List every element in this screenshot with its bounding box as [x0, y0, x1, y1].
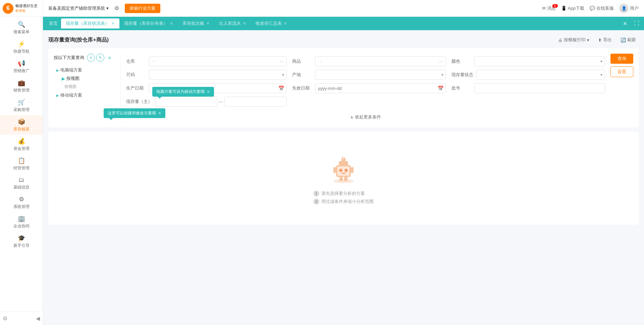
reset-button[interactable]: 设置	[610, 66, 633, 77]
empty-tip-2: 2 用过滤条件来缩小分析范围	[313, 199, 374, 205]
empty-state: 1 请先选择要分析的方案 2 用过滤条件来缩小分析范围	[48, 131, 639, 225]
logo-badge: 标准版	[15, 8, 38, 13]
results-panel: 1 请先选择要分析的方案 2 用过滤条件来缩小分析范围	[48, 131, 639, 225]
chevron-down-icon: ▾	[587, 38, 589, 43]
phone-icon: 📱	[561, 6, 567, 11]
print-button[interactable]: 🖨 按模板打印 ▾	[555, 36, 592, 44]
search-label: 按以下方案查询	[54, 55, 84, 61]
tab-close-batch-account[interactable]: ✕	[206, 21, 210, 26]
svg-rect-5	[341, 173, 345, 174]
expiry-date-input[interactable]	[315, 83, 446, 93]
stock-status-select[interactable]	[476, 70, 605, 80]
refresh-button[interactable]: 🔄 刷新	[618, 36, 639, 44]
tab-home[interactable]: 首页	[46, 18, 61, 29]
user-button[interactable]: 👤 用户	[619, 4, 639, 13]
quicknav-icon: ⚡	[18, 40, 25, 48]
sidebar-item-marketing[interactable]: 📢 营销推广	[0, 57, 43, 76]
expand-arrow-mobile: ▶	[56, 94, 59, 97]
industry-button[interactable]: 体验行业方案	[125, 4, 160, 13]
tooltip-desktop-scheme: 电脑方案可设为移动方案哦 ✕	[152, 87, 214, 97]
marketing-icon: 📢	[18, 60, 25, 67]
sidebar-item-label: 新手引导	[13, 243, 30, 249]
tab-close-flow[interactable]: ✕	[243, 21, 246, 26]
scheme-desktop-child[interactable]: ▶ 按视图	[54, 74, 116, 83]
sidebar-item-basic[interactable]: 🗂 基础信息	[0, 174, 43, 193]
add-scheme-button[interactable]: +	[87, 54, 95, 62]
online-service-button[interactable]: 💬 在线客服	[590, 5, 614, 11]
origin-select[interactable]	[315, 70, 446, 80]
warehouse-input[interactable]: ··· ···	[149, 56, 287, 66]
tab-maximize-button[interactable]: ⛶	[632, 20, 641, 26]
sidebar-settings-btn[interactable]: ⚙	[3, 315, 7, 322]
tip-text-1: 请先选择要分析的方案	[321, 191, 365, 197]
svg-rect-7	[351, 167, 354, 173]
stock-max-input[interactable]	[224, 97, 287, 107]
tooltip1-close[interactable]: ✕	[207, 90, 210, 94]
stock-main-row: 现存量（主） —	[126, 97, 287, 107]
color-select-wrap: ▾	[474, 56, 605, 66]
tabs-bar: 首页 现存量（库存状况表） ✕ 现存量（库存分布表） ✕ 库存批次账 ✕ 出入库…	[43, 17, 644, 30]
color-select[interactable]	[474, 56, 605, 66]
tab-close-inventory-dist[interactable]: ✕	[170, 21, 173, 26]
page-header: 现存量查询(按仓库+商品) 🖨 按模板打印 ▾ ⬆ 导出 🔄 刷新	[48, 36, 639, 44]
scheme-desktop[interactable]: ▶ 电脑端方案	[54, 66, 116, 74]
sidebar-item-quicknav[interactable]: ⚡ 快捷导航	[0, 38, 43, 57]
system-selector[interactable]: 装备及固定资产辅助管理系统 ▾	[48, 5, 109, 11]
tab-inventory-dist[interactable]: 现存量（库存分布表） ✕	[119, 18, 178, 29]
sidebar-item-enterprise[interactable]: 🏢 企业协同	[0, 212, 43, 232]
size-select-wrap: ▾	[149, 70, 287, 80]
stock-main-label: 现存量（主）	[126, 99, 152, 105]
system-name: 装备及固定资产辅助管理系统	[48, 5, 105, 11]
svg-rect-12	[344, 177, 347, 181]
tab-close-all-button[interactable]: ✕	[621, 20, 629, 27]
operation-icon: 📋	[18, 157, 25, 164]
ellipsis-icon: ···	[280, 59, 284, 64]
size-row: 尺码 ▾	[126, 70, 287, 80]
sidebar-collapse-btn[interactable]: ◀	[36, 315, 40, 322]
sidebar-item-guide[interactable]: 🎓 新手引导	[0, 232, 43, 251]
app-download-button[interactable]: 📱 App下载	[561, 5, 584, 11]
size-select[interactable]	[149, 70, 287, 80]
form-grid: 仓库 ··· ··· 商品 ··· ···	[126, 56, 605, 107]
collapse-button[interactable]: ∧ 收起更多条件	[350, 112, 381, 122]
chevron-up-icon: ∧	[350, 115, 354, 120]
settings-gear-button[interactable]: ⚙	[112, 4, 121, 13]
tooltip2-close[interactable]: ✕	[158, 111, 161, 116]
main-area: 装备及固定资产辅助管理系统 ▾ ⚙ 体验行业方案 ✉ 6 消息 📱 App下载 …	[43, 0, 644, 325]
edit-scheme-button[interactable]: ✎	[96, 54, 104, 62]
tip-num-2: 2	[313, 199, 319, 205]
goods-input[interactable]: ··· ···	[315, 56, 446, 66]
sidebar: 6 畅捷通好生意 标准版 🔍 搜索菜单 ⚡ 快捷导航 📢 营销推广 💼 销售管理…	[0, 0, 43, 325]
logo-icon: 6	[3, 3, 13, 14]
print-icon: 🖨	[558, 38, 562, 43]
sidebar-item-purchase[interactable]: 🛒 采购管理	[0, 96, 43, 115]
sidebar-item-system[interactable]: ⚙ 系统管理	[0, 193, 43, 212]
sidebar-item-inventory[interactable]: 📦 库存核算	[0, 115, 43, 135]
query-button[interactable]: 查询	[610, 54, 633, 64]
sidebar-item-operation[interactable]: 📋 经营管理	[0, 154, 43, 174]
purchase-icon: 🛒	[18, 99, 25, 106]
batch-no-label: 批号	[451, 85, 472, 91]
sidebar-item-search[interactable]: 🔍 搜索菜单	[0, 18, 43, 38]
scheme-sub-row: 按视图	[54, 83, 116, 91]
tab-close-summary[interactable]: ✕	[284, 21, 287, 26]
tooltip-create-scheme: 这里可以创建和修改方案哦 ✕	[104, 108, 165, 118]
online-service-label: 在线客服	[596, 5, 614, 11]
sidebar-item-finance[interactable]: 💰 资金管理	[0, 135, 43, 154]
export-button[interactable]: ⬆ 导出	[595, 36, 614, 44]
calendar-icon[interactable]: 📅	[278, 86, 284, 91]
batch-no-input[interactable]	[474, 83, 605, 93]
message-button[interactable]: ✉ 6 消息	[542, 5, 556, 11]
sidebar-item-sales[interactable]: 💼 销售管理	[0, 76, 43, 96]
tab-batch-account[interactable]: 库存批次账 ✕	[178, 18, 214, 29]
calendar-icon2[interactable]: 📅	[438, 86, 443, 91]
scheme-mobile[interactable]: ▶ 移动端方案	[54, 91, 116, 100]
back-button[interactable]: «	[106, 54, 114, 62]
color-row: 颜色 ▾	[451, 56, 605, 66]
stock-min-input[interactable]	[155, 97, 217, 107]
svg-rect-2	[337, 166, 350, 176]
tab-flow[interactable]: 出入库流水 ✕	[214, 18, 251, 29]
tab-summary[interactable]: 收发存汇总表 ✕	[251, 18, 292, 29]
tab-close-inventory-status[interactable]: ✕	[111, 21, 115, 26]
tab-inventory-status[interactable]: 现存量（库存状况表） ✕	[61, 18, 119, 29]
